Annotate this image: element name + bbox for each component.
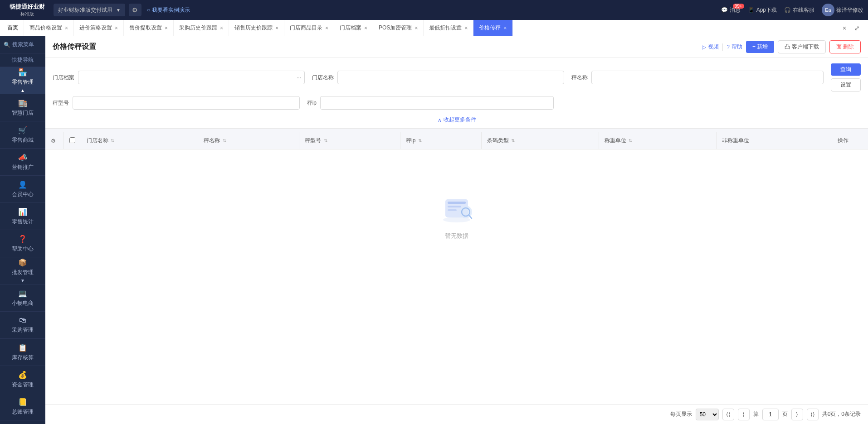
topbar-settings-button[interactable]: ⚙ xyxy=(129,4,141,16)
first-page-button[interactable]: ⟨⟨ xyxy=(722,409,734,420)
tab-purchase-strategy[interactable]: 进价策略设置 × xyxy=(74,20,124,36)
sidebar-item-finance[interactable]: 💰 资金管理 xyxy=(0,366,45,393)
tab-close-icon[interactable]: × xyxy=(414,25,418,31)
add-button[interactable]: + 新增 xyxy=(746,41,774,53)
sidebar-item-invoice[interactable]: 🧾 发票管理 xyxy=(0,420,45,424)
sidebar-item-member-label: 会员中心 xyxy=(12,191,34,198)
last-page-button[interactable]: ⟩⟩ xyxy=(807,409,819,420)
tab-min-discount[interactable]: 最低折扣设置 × xyxy=(424,20,473,36)
tab-purchase-history-label: 采购历史价跟踪 xyxy=(179,24,217,32)
sidebar-item-xiaochang[interactable]: 💻 小畅电商 xyxy=(0,284,45,312)
tab-sale-extract[interactable]: 售价提取设置 × xyxy=(124,20,174,36)
tab-pos-manage-label: POS加密管理 xyxy=(379,24,412,32)
filter-scale-model: 秤型号 xyxy=(53,96,300,110)
tab-close-icon[interactable]: × xyxy=(165,25,168,31)
tab-close-icon[interactable]: × xyxy=(503,25,507,31)
demo-label: 我要看实例演示 xyxy=(152,6,190,14)
sidebar-item-wholesale[interactable]: 📦 批发管理 ▼ xyxy=(0,257,45,284)
sidebar-nav-label: 快捷导航 xyxy=(12,56,34,64)
set-button[interactable]: 设置 xyxy=(831,78,861,92)
demo-button[interactable]: ○ 我要看实例演示 xyxy=(147,6,190,14)
th-barcode-type[interactable]: 条码类型 ⇅ xyxy=(481,132,599,149)
top-bar: 畅捷通好业财 标准版 好业财标准版交付试用 ▼ ⚙ ○ 我要看实例演示 💬 消息… xyxy=(0,0,868,20)
tab-maximize-button[interactable]: ⤢ xyxy=(852,23,863,34)
tab-goods-price[interactable]: 商品价格设置 × xyxy=(24,20,74,36)
tab-sale-history-label: 销售历史价跟踪 xyxy=(234,24,273,32)
th-scale-name[interactable]: 秤名称 ⇅ xyxy=(198,132,299,149)
tab-pos-manage[interactable]: POS加密管理 × xyxy=(373,20,424,36)
tab-close-icon[interactable]: × xyxy=(325,25,328,31)
online-service-button[interactable]: 🎧 在线客服 xyxy=(784,6,814,14)
th-weight-unit[interactable]: 称重单位 ⇅ xyxy=(599,132,716,149)
page-number-input[interactable] xyxy=(762,409,779,420)
tab-close-icon[interactable]: × xyxy=(220,25,223,31)
sidebar-item-account[interactable]: 📒 总账管理 xyxy=(0,393,45,420)
delete-button[interactable]: 面 删除 xyxy=(829,40,861,53)
per-page-select[interactable]: 50 10 20 100 xyxy=(696,409,719,420)
first-icon: ⟨⟨ xyxy=(726,411,731,418)
store-archive-label: 门店档案 xyxy=(53,74,74,82)
set-label: 设置 xyxy=(840,82,851,88)
tab-bar: 首页 商品价格设置 × 进价策略设置 × 售价提取设置 × 采购历史价跟踪 × … xyxy=(0,20,868,36)
tab-store-catalog[interactable]: 门店商品目录 × xyxy=(284,20,334,36)
product-selector[interactable]: 好业财标准版交付试用 ▼ xyxy=(54,4,125,16)
empty-illustration xyxy=(434,190,479,226)
gear-icon: ⚙ xyxy=(132,6,138,14)
tab-store-archive[interactable]: 门店档案 × xyxy=(334,20,373,36)
sidebar-item-purchase[interactable]: 🛍 采购管理 xyxy=(0,312,45,339)
smart-store-icon: 🏬 xyxy=(18,99,27,107)
tab-min-discount-label: 最低折扣设置 xyxy=(429,24,462,32)
tab-purchase-history[interactable]: 采购历史价跟踪 × xyxy=(174,20,229,36)
store-archive-input[interactable] xyxy=(78,71,305,84)
scale-name-input[interactable] xyxy=(591,71,824,84)
app-download-button[interactable]: 📱 App下载 xyxy=(748,6,777,14)
help-link[interactable]: ? 帮助 xyxy=(727,43,742,51)
th-check[interactable] xyxy=(63,132,81,149)
tab-close-icon[interactable]: × xyxy=(65,25,68,31)
tab-bar-actions: × ⤢ xyxy=(839,23,866,34)
th-gear[interactable]: ⚙ xyxy=(45,132,63,149)
next-page-button[interactable]: ⟩ xyxy=(791,409,803,420)
sort-icon: ⇅ xyxy=(418,138,422,143)
th-store-name[interactable]: 门店名称 ⇅ xyxy=(81,132,198,149)
scale-ip-input[interactable] xyxy=(320,96,554,110)
headset-icon: 🎧 xyxy=(784,7,791,13)
sidebar-item-help[interactable]: ❓ 帮助中心 xyxy=(0,230,45,257)
sidebar-item-retail-mall[interactable]: 🛒 零售商城 xyxy=(0,121,45,149)
store-name-input[interactable] xyxy=(337,71,564,84)
th-scale-ip[interactable]: 秤ip ⇅ xyxy=(400,132,482,149)
tab-price-scale-label: 价格传秤 xyxy=(479,24,501,32)
ellipsis-icon[interactable]: ··· xyxy=(297,74,301,81)
tab-close-icon[interactable]: × xyxy=(115,25,118,31)
store-name-label: 门店名称 xyxy=(312,74,334,82)
sidebar-item-marketing[interactable]: 📣 营销推广 xyxy=(0,149,45,176)
tab-close-icon[interactable]: × xyxy=(464,25,468,31)
sidebar-item-smart-store[interactable]: 🏬 智慧门店 xyxy=(0,94,45,121)
th-scale-model[interactable]: 秤型号 ⇅ xyxy=(299,132,400,149)
tab-close-current-button[interactable]: × xyxy=(839,23,850,34)
tab-store-catalog-label: 门店商品目录 xyxy=(290,24,322,32)
tab-price-scale[interactable]: 价格传秤 × xyxy=(473,20,512,36)
sidebar-item-inventory[interactable]: 📋 库存核算 xyxy=(0,339,45,366)
tab-close-icon[interactable]: × xyxy=(364,25,367,31)
scale-model-input[interactable] xyxy=(73,96,300,110)
query-button[interactable]: 查询 xyxy=(831,63,861,76)
download-button[interactable]: 凸 客户端下载 xyxy=(778,40,825,53)
collapse-button[interactable]: ∧ 收起更多条件 xyxy=(53,114,861,125)
empty-cell: 暂无数据 xyxy=(45,149,868,263)
tab-close-icon[interactable]: × xyxy=(275,25,278,31)
sidebar-search[interactable]: 🔍 搜索菜单 xyxy=(0,36,45,53)
user-button[interactable]: Ea 徐泽华修改 xyxy=(822,4,863,16)
tab-home[interactable]: 首页 xyxy=(2,20,24,36)
sidebar-item-retail-stat[interactable]: 📊 零售统计 xyxy=(0,203,45,230)
tab-sale-history[interactable]: 销售历史价跟踪 × xyxy=(229,20,284,36)
download-label: 凸 客户端下载 xyxy=(785,43,819,51)
question-circle-icon: ? xyxy=(727,44,730,50)
select-all-checkbox[interactable] xyxy=(69,137,75,143)
prev-page-button[interactable]: ⟨ xyxy=(738,409,750,420)
sidebar-nav[interactable]: 快捷导航 xyxy=(0,53,45,67)
message-button[interactable]: 💬 消息 99+ xyxy=(721,6,741,14)
video-link[interactable]: ▷ 视频 xyxy=(702,43,719,51)
sidebar-item-retail[interactable]: 🏪 零售管理 ▲ xyxy=(0,67,45,94)
sidebar-item-member[interactable]: 👤 会员中心 xyxy=(0,176,45,203)
